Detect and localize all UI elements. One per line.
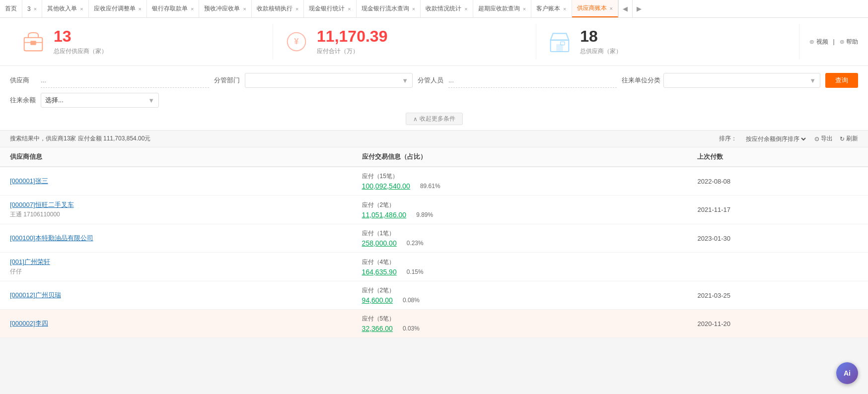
last-pay-cell: 2022-08-08 <box>687 167 868 196</box>
sort-select[interactable]: 按应付余额倒序排序 按应付余额升序排序 <box>744 135 807 143</box>
supplier-link[interactable]: [000002]李四 <box>10 319 342 328</box>
nav-tab-other-income[interactable]: 其他收入单 × <box>42 0 88 17</box>
tx-cell: 应付（4笔） 164,635.90 0.15% <box>352 253 688 281</box>
table-row: [000012]广州贝瑞 应付（2笔） 94,600.00 0.08% 2021… <box>0 281 868 310</box>
table-row: [000007]恒旺二手叉车 王通 17106110000 应付（2笔） 11,… <box>0 196 868 224</box>
filter-area: 供应商 分管部门 ▼ 分管人员 往来单位分类 ▼ 查询 往来 <box>0 66 868 131</box>
close-icon[interactable]: × <box>563 6 566 12</box>
vendor-icon <box>20 28 47 55</box>
nav-tab-advance[interactable]: 预收冲应收单 × <box>199 0 251 17</box>
collapse-label: 收起更多条件 <box>420 115 455 123</box>
supplier-link[interactable]: [000001]张三 <box>10 177 342 186</box>
supplier-link[interactable]: [001]广州荣轩 <box>10 258 342 266</box>
nav-tab-bank[interactable]: 银行存取款单 × <box>147 0 199 17</box>
unit-type-dropdown[interactable]: ▼ <box>663 73 821 88</box>
supplier-input[interactable] <box>41 73 209 88</box>
nav-tab-overdue-label: 超期应收款查询 <box>478 4 520 13</box>
nav-tab-collection-stats[interactable]: 收款情况统计 × <box>421 0 473 17</box>
stat-card-total-vendors: 18 总供应商（家） <box>536 24 799 60</box>
balance-label: 往来余额 <box>10 96 38 105</box>
filter-dept: 分管部门 ▼ <box>214 73 413 88</box>
last-pay-date: 2023-01-30 <box>697 235 730 242</box>
filter-row-1: 供应商 分管部门 ▼ 分管人员 往来单位分类 ▼ 查询 <box>10 73 858 88</box>
stat-content-total-vendors: 18 总供应商（家） <box>580 28 622 56</box>
nav-tab-home[interactable]: 首页 <box>0 0 22 17</box>
export-button[interactable]: ⊙ 导出 <box>814 134 833 143</box>
person-label: 分管人员 <box>418 76 445 85</box>
supplier-cell: [000001]张三 <box>0 167 352 196</box>
nav-arrow-right[interactable]: ▶ <box>632 0 646 18</box>
close-icon[interactable]: × <box>295 6 298 12</box>
amount-link[interactable]: 258,000.00 <box>362 239 397 247</box>
last-pay-cell: 2021-03-25 <box>687 281 868 310</box>
nav-tab-adjust[interactable]: 应收应付调整单 × <box>89 0 147 17</box>
amount-link[interactable]: 32,366.00 <box>362 325 393 332</box>
tx-cell: 应付（2笔） 94,600.00 0.08% <box>352 281 688 310</box>
table-row: [000001]张三 应付（15笔） 100,092,540.00 89.61%… <box>0 167 868 196</box>
pct-text: 0.15% <box>407 268 424 275</box>
divider: | <box>833 38 835 45</box>
supplier-link[interactable]: [000007]恒旺二手叉车 <box>10 200 342 209</box>
close-icon[interactable]: × <box>34 6 37 12</box>
nav-tab-customer-book[interactable]: 客户账本 × <box>531 0 572 17</box>
result-actions: 排序： 按应付余额倒序排序 按应付余额升序排序 ⊙ 导出 ↻ 刷新 <box>719 134 858 143</box>
close-icon[interactable]: × <box>139 6 142 12</box>
video-link[interactable]: ⊙ 视频 <box>809 38 828 46</box>
unit-type-label: 往来单位分类 <box>622 76 660 85</box>
balance-value: 选择... <box>45 96 64 105</box>
chevron-down-icon: ▼ <box>809 77 816 84</box>
stats-bar: 13 总应付供应商（家） ¥ 11,170.39 应付合计（万） <box>0 18 868 66</box>
nav-tab-3[interactable]: 3 × <box>22 0 42 17</box>
supplier-link[interactable]: [000012]广州贝瑞 <box>10 291 342 300</box>
person-input[interactable] <box>448 73 617 88</box>
nav-tab-supplier-book[interactable]: 供应商账本 × <box>572 0 618 17</box>
nav-tab-cash-bank-stats[interactable]: 现金银行统计 × <box>304 0 356 17</box>
dept-dropdown[interactable]: ▼ <box>245 73 413 88</box>
last-pay-cell <box>687 253 868 281</box>
tx-count: 应付（4笔） <box>362 258 678 266</box>
pct-text: 0.08% <box>403 297 420 304</box>
refresh-label: 刷新 <box>846 134 858 143</box>
table-header: 供应商信息 应付交易信息（占比） 上次付数 <box>0 147 868 167</box>
nav-tab-cash-flow[interactable]: 现金银行流水查询 × <box>357 0 421 17</box>
nav-tab-collection[interactable]: 收款核销执行 × <box>252 0 304 17</box>
nav-tab-home-label: 首页 <box>5 4 17 13</box>
stat-number-total-vendors: 18 <box>580 28 622 45</box>
stat-label-payable-amount: 应付合计（万） <box>317 47 387 56</box>
stat-label-total-vendors: 总供应商（家） <box>580 47 622 56</box>
collapse-button[interactable]: ∧ 收起更多条件 <box>406 113 463 125</box>
balance-dropdown[interactable]: 选择... ▼ <box>41 93 159 108</box>
nav-tab-other-income-label: 其他收入单 <box>47 4 77 13</box>
close-icon[interactable]: × <box>348 6 351 12</box>
close-icon[interactable]: × <box>80 6 83 12</box>
nav-tab-overdue[interactable]: 超期应收款查询 × <box>473 0 531 17</box>
col-header-last-pay: 上次付数 <box>687 147 868 167</box>
close-icon[interactable]: × <box>464 6 467 12</box>
nav-arrow-left[interactable]: ◀ <box>618 0 632 18</box>
nav-tab-bank-label: 银行存取款单 <box>152 4 188 13</box>
close-icon[interactable]: × <box>610 5 613 11</box>
supplier-cell: [000002]李四 <box>0 310 352 338</box>
close-icon[interactable]: × <box>243 6 246 12</box>
nav-tab-collection-stats-label: 收款情况统计 <box>426 4 461 13</box>
close-icon[interactable]: × <box>412 6 415 12</box>
supplier-table: 供应商信息 应付交易信息（占比） 上次付数 [000001]张三 应付（15笔）… <box>0 147 868 338</box>
supplier-label: 供应商 <box>10 76 38 85</box>
refresh-button[interactable]: ↻ 刷新 <box>840 134 858 143</box>
svg-text:¥: ¥ <box>294 37 299 46</box>
amount-link[interactable]: 100,092,540.00 <box>362 182 410 190</box>
search-button[interactable]: 查询 <box>825 73 858 88</box>
last-pay-date: 2020-11-20 <box>697 320 730 328</box>
supplier-link[interactable]: [000100]本特勤油品有限公司 <box>10 234 342 243</box>
close-icon[interactable]: × <box>523 6 526 12</box>
tx-count: 应付（5笔） <box>362 315 678 323</box>
amount-link[interactable]: 94,600.00 <box>362 296 393 304</box>
help-link[interactable]: ⊙ 帮助 <box>840 38 858 46</box>
tx-count: 应付（2笔） <box>362 201 678 209</box>
close-icon[interactable]: × <box>191 6 194 12</box>
stat-card-payable-amount: ¥ 11,170.39 应付合计（万） <box>273 24 536 60</box>
amount-link[interactable]: 164,635.90 <box>362 268 397 276</box>
last-pay-date: 2021-11-17 <box>697 206 730 213</box>
amount-link[interactable]: 11,051,486.00 <box>362 211 407 219</box>
supplier-cell: [000012]广州贝瑞 <box>0 281 352 310</box>
